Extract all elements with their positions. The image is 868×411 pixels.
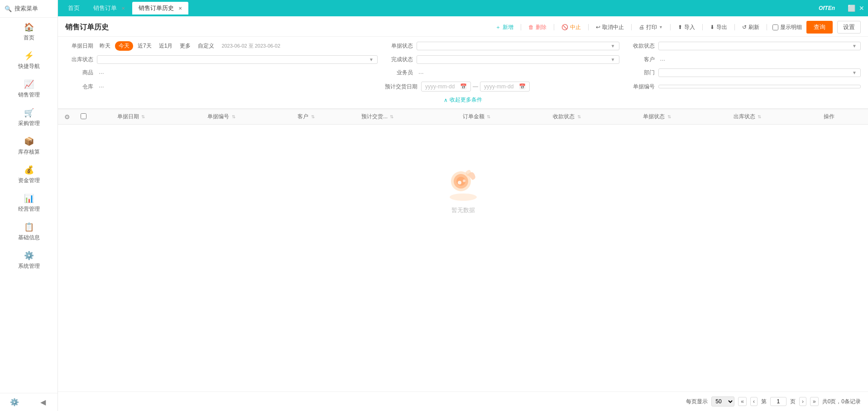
sidebar-settings-btn[interactable]: ⚙️ (0, 393, 29, 411)
expected-date-to-input[interactable]: yyyy-mm-dd 📅 (480, 82, 530, 92)
page-label: 页 (790, 398, 796, 406)
next-page-btn[interactable]: › (799, 397, 806, 406)
order-status-select[interactable]: ▼ (417, 42, 619, 50)
window-close-btn[interactable]: ✕ (859, 5, 864, 12)
tab-sales-order-history[interactable]: 销售订单历史 ✕ (132, 2, 188, 15)
import-button[interactable]: ⬆ 导入 (676, 22, 697, 33)
sidebar-item-purchase-mgmt[interactable]: 🛒 采购管理 (0, 103, 58, 132)
divider-6 (702, 24, 703, 30)
first-page-btn[interactable]: « (738, 397, 747, 406)
query-button[interactable]: 查询 (806, 21, 833, 34)
prev-page-btn[interactable]: ‹ (750, 397, 758, 406)
sidebar-item-home[interactable]: 🏠 首页 (0, 18, 58, 46)
date-today[interactable]: 今天 (115, 41, 133, 51)
tab-home[interactable]: 首页 (62, 2, 86, 15)
current-page-input[interactable] (770, 397, 786, 406)
sidebar-item-home-label: 首页 (24, 34, 34, 42)
payment-status-select[interactable]: ▼ (658, 42, 861, 50)
export-icon: ⬇ (710, 24, 715, 30)
sidebar-item-finance[interactable]: 💰 资金管理 (0, 160, 58, 189)
filter-order-number-item: 单据编号 (627, 83, 861, 91)
cancel-stop-icon: ↩ (596, 24, 600, 30)
print-icon: 🖨 (639, 24, 644, 30)
expected-date-label: 预计交货日期 (385, 83, 421, 91)
content-area: 销售订单历史 ＋ 新增 🗑 删除 🚫 中止 ↩ (58, 16, 868, 411)
date-more[interactable]: 更多 (177, 41, 193, 51)
sidebar-item-operations[interactable]: 📊 经营管理 (0, 189, 58, 218)
tabs-right: OfTEn ⬜ ✕ (819, 5, 864, 12)
empty-text: 暂无数据 (451, 206, 475, 214)
date-7days[interactable]: 近7天 (135, 41, 154, 51)
delivery-status-select[interactable]: ▼ (97, 55, 378, 64)
page-size-select[interactable]: 50 10 20 100 (711, 396, 734, 406)
customer-select-btn[interactable]: ··· (660, 56, 666, 63)
expected-date-from-input[interactable]: yyyy-mm-dd 📅 (421, 82, 471, 92)
date-yesterday[interactable]: 昨天 (97, 41, 113, 51)
date-range-display: 2023-06-02 至 2023-06-02 (221, 43, 280, 49)
filter-collapse-btn[interactable]: ∧ 收起更多条件 (65, 96, 861, 104)
date-custom[interactable]: 自定义 (195, 41, 217, 51)
th-delivery-status[interactable]: 出库状态 ⇅ (729, 109, 819, 125)
filter-warehouse-item: 仓库 ··· (65, 83, 378, 91)
print-button[interactable]: 🖨 打印 ▼ (637, 22, 665, 33)
sidebar-item-inventory[interactable]: 📦 库存核算 (0, 132, 58, 160)
sales-mgmt-icon: 📈 (24, 79, 34, 89)
divider-7 (734, 24, 735, 30)
last-page-btn[interactable]: » (810, 397, 819, 406)
th-order-status-label: 单据状态 (643, 113, 665, 120)
sort-order-status-icon: ⇅ (667, 114, 671, 119)
new-button[interactable]: ＋ 新增 (494, 22, 515, 33)
system-mgmt-icon: ⚙️ (24, 251, 34, 261)
tab-sales-order-close[interactable]: ✕ (121, 6, 125, 11)
quick-nav-icon: ⚡ (24, 51, 34, 61)
stop-button[interactable]: 🚫 中止 (560, 22, 583, 33)
tab-sales-order-history-close[interactable]: ✕ (178, 6, 182, 11)
basic-info-icon: 📋 (24, 222, 34, 232)
warehouse-select-btn[interactable]: ··· (99, 83, 104, 90)
settings-button[interactable]: 设置 (837, 21, 861, 34)
th-order-status[interactable]: 单据状态 ⇅ (638, 109, 729, 125)
department-select[interactable]: ▼ (658, 68, 861, 77)
tab-sales-order[interactable]: 销售订单 ✕ (87, 2, 131, 15)
th-customer[interactable]: 客户 ⇅ (293, 109, 357, 125)
divider-5 (670, 24, 671, 30)
collapse-label: 收起更多条件 (450, 96, 482, 104)
date-1month[interactable]: 近1月 (156, 41, 176, 51)
sidebar-item-quick-nav[interactable]: ⚡ 快捷导航 (0, 46, 58, 75)
brand-label: OfTEn (819, 5, 835, 11)
show-detail-checkbox[interactable] (772, 24, 778, 30)
select-all-checkbox[interactable] (81, 113, 86, 119)
sidebar-item-basic-info[interactable]: 📋 基础信息 (0, 218, 58, 246)
order-number-input[interactable] (658, 85, 861, 88)
sidebar-item-operations-label: 经营管理 (18, 205, 40, 213)
goods-select-btn[interactable]: ··· (99, 69, 104, 77)
cancel-stop-button[interactable]: ↩ 取消中止 (594, 22, 626, 33)
refresh-button[interactable]: ↺ 刷新 (740, 22, 761, 33)
empty-illustration (441, 161, 486, 206)
th-payment-status[interactable]: 收款状态 ⇅ (548, 109, 638, 125)
sidebar-item-sales-mgmt[interactable]: 📈 销售管理 (0, 75, 58, 103)
new-icon: ＋ (495, 24, 501, 31)
sidebar-search[interactable]: 🔍 搜索菜单 (0, 0, 58, 18)
sidebar-item-purchase-mgmt-label: 采购管理 (18, 120, 40, 127)
delete-button[interactable]: 🗑 删除 (527, 22, 548, 33)
finance-icon: 💰 (24, 165, 34, 175)
sidebar-collapse-btn[interactable]: ◀ (29, 393, 58, 411)
delete-label: 删除 (536, 24, 547, 31)
filter-row-3: 商品 ··· 业务员 ··· 部门 ▼ (65, 68, 861, 77)
th-expected-date[interactable]: 预计交货... ⇅ (357, 109, 458, 125)
completion-status-select[interactable]: ▼ (417, 55, 619, 64)
page-title: 销售订单历史 (65, 23, 109, 32)
expected-date-from-placeholder: yyyy-mm-dd (425, 83, 455, 90)
export-button[interactable]: ⬇ 导出 (708, 22, 729, 33)
table-settings-icon[interactable]: ⚙ (64, 113, 70, 121)
th-checkbox (76, 109, 113, 125)
salesperson-select-btn[interactable]: ··· (418, 69, 424, 77)
salesperson-label: 业务员 (385, 69, 417, 77)
window-restore-btn[interactable]: ⬜ (848, 5, 855, 12)
th-amount[interactable]: 订单金额 ⇅ (458, 109, 548, 125)
sidebar-item-system-mgmt[interactable]: ⚙️ 系统管理 (0, 246, 58, 275)
th-date[interactable]: 单据日期 ⇅ (113, 109, 203, 125)
th-number[interactable]: 单据编号 ⇅ (203, 109, 293, 125)
svg-point-0 (450, 193, 477, 201)
